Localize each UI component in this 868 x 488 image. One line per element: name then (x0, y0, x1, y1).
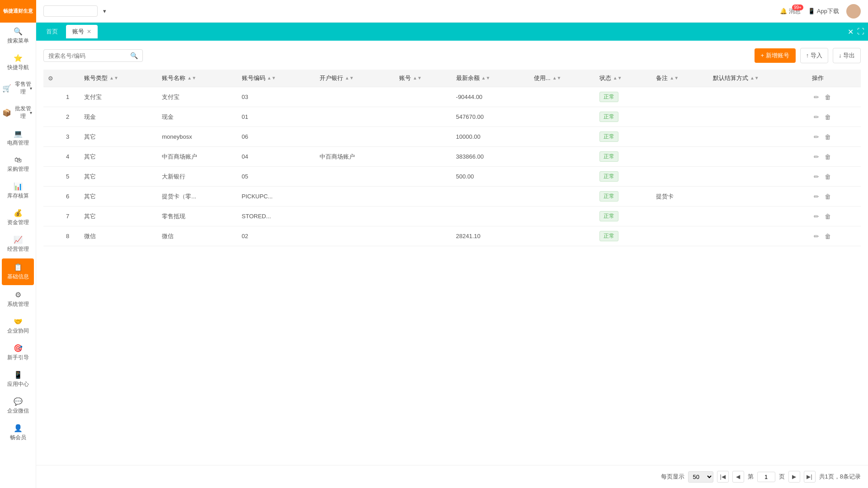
sidebar-item-operation[interactable]: 📈 经营管理 (0, 231, 36, 258)
export-button[interactable]: ↓ 导出 (833, 48, 861, 63)
edit-button[interactable]: ✏ (812, 192, 821, 201)
delete-button[interactable]: 🗑 (823, 113, 833, 122)
tab-close-action[interactable]: ✕ (848, 28, 854, 36)
sort-icon: ▲▼ (345, 76, 354, 80)
edit-button[interactable]: ✏ (812, 232, 821, 241)
th-name[interactable]: 账号名称 ▲▼ (157, 70, 237, 87)
page-prev-button[interactable]: ◀ (732, 471, 744, 483)
sidebar-item-wholesale[interactable]: 📦 批发管理 (0, 100, 36, 125)
cell-bank (315, 107, 395, 127)
sidebar-item-basic[interactable]: 📋 基础信息 (2, 258, 34, 285)
cell-status: 正常 (595, 147, 652, 167)
tab-home[interactable]: 首页 (40, 25, 64, 38)
cell-balance (452, 187, 529, 206)
search-input[interactable] (48, 52, 127, 59)
tab-account[interactable]: 账号 ✕ (66, 25, 98, 38)
sort-icon: ▲▼ (750, 76, 759, 80)
edit-button[interactable]: ✏ (812, 172, 821, 181)
sidebar-item-app-center[interactable]: 📱 应用中心 (0, 366, 36, 393)
cell-balance: 10000.00 (452, 127, 529, 147)
delete-button[interactable]: 🗑 (823, 232, 833, 241)
sidebar-item-guide[interactable]: 🎯 新手引导 (0, 339, 36, 366)
app-download-button[interactable]: 📱 App下载 (808, 7, 839, 15)
sidebar-item-purchase[interactable]: 🛍 采购管理 (0, 151, 36, 178)
cell-name: 提货卡（零... (157, 187, 237, 206)
sidebar-item-inventory[interactable]: 📊 库存核算 (0, 178, 36, 204)
sidebar-item-label: 零售管理 (13, 80, 33, 96)
table-row: 6 其它 提货卡（零... PICKUPC... 正常 提货卡 ✏ 🗑 (43, 187, 861, 206)
cell-code: 03 (237, 87, 315, 107)
th-settings[interactable]: ⚙ (43, 70, 61, 87)
sidebar-item-quick[interactable]: ⭐ 快捷导航 (0, 49, 36, 76)
tab-actions: ✕ ⛶ (848, 28, 864, 36)
sidebar-item-label: 畅会员 (10, 434, 26, 441)
delete-button[interactable]: 🗑 (823, 212, 833, 221)
cell-type: 其它 (80, 206, 157, 226)
th-remark[interactable]: 备注 ▲▼ (651, 70, 708, 87)
delete-button[interactable]: 🗑 (823, 172, 833, 181)
phone-icon: 📱 (808, 8, 815, 14)
message-badge: 99+ (792, 5, 803, 10)
delete-button[interactable]: 🗑 (823, 152, 833, 161)
delete-button[interactable]: 🗑 (823, 93, 833, 102)
cell-type: 微信 (80, 226, 157, 246)
tab-close-icon[interactable]: ✕ (87, 28, 91, 35)
user-avatar[interactable] (846, 4, 861, 19)
edit-button[interactable]: ✏ (812, 113, 821, 122)
cell-code: 04 (237, 147, 315, 167)
tab-expand-action[interactable]: ⛶ (857, 28, 864, 36)
cell-settings (43, 167, 61, 187)
edit-button[interactable]: ✏ (812, 132, 821, 141)
cell-default-settle (708, 187, 807, 206)
per-page-select[interactable]: 50 100 (688, 471, 713, 483)
th-index (61, 70, 80, 87)
th-code[interactable]: 账号编码 ▲▼ (237, 70, 315, 87)
sidebar-item-wechat[interactable]: 💬 企业微信 (0, 393, 36, 419)
topbar-dropdown[interactable]: ▾ (103, 8, 106, 14)
cell-index: 7 (61, 206, 80, 226)
sidebar-item-member[interactable]: 👤 畅会员 (0, 419, 36, 446)
topbar-left: ▾ (43, 5, 106, 17)
new-account-button[interactable]: + 新增账号 (755, 48, 796, 63)
page-last-button[interactable]: ▶| (804, 471, 816, 483)
sidebar-item-search[interactable]: 🔍 搜索菜单 (0, 23, 36, 49)
page-first-button[interactable]: |◀ (717, 471, 729, 483)
edit-button[interactable]: ✏ (812, 93, 821, 102)
th-account[interactable]: 账号 ▲▼ (395, 70, 452, 87)
cell-remark (651, 167, 708, 187)
delete-button[interactable]: 🗑 (823, 192, 833, 201)
cell-usage (529, 226, 595, 246)
page-input[interactable] (757, 472, 775, 482)
delete-button[interactable]: 🗑 (823, 132, 833, 141)
edit-button[interactable]: ✏ (812, 152, 821, 161)
sidebar-item-retail[interactable]: 🛒 零售管理 (0, 76, 36, 100)
th-balance[interactable]: 最新余额 ▲▼ (452, 70, 529, 87)
sidebar-item-label: 批发管理 (13, 105, 33, 120)
per-page-label: 每页显示 (661, 473, 684, 481)
th-default-settle[interactable]: 默认结算方式 ▲▼ (708, 70, 807, 87)
th-usage[interactable]: 使用... ▲▼ (529, 70, 595, 87)
sidebar-item-finance[interactable]: 💰 资金管理 (0, 204, 36, 231)
message-button[interactable]: 🔔 消息 99+ (780, 7, 801, 15)
th-status[interactable]: 状态 ▲▼ (595, 70, 652, 87)
cell-usage (529, 107, 595, 127)
cell-action: ✏ 🗑 (807, 187, 861, 206)
sidebar-item-system[interactable]: ⚙ 系统管理 (0, 286, 36, 313)
th-bank[interactable]: 开户银行 ▲▼ (315, 70, 395, 87)
clipboard-icon: 📋 (14, 263, 23, 272)
box-icon: 📦 (2, 108, 11, 117)
gear-icon: ⚙ (15, 291, 21, 299)
star-icon: ⭐ (14, 54, 23, 62)
chart-icon: 📊 (14, 182, 23, 191)
cell-default-settle (708, 167, 807, 187)
edit-button[interactable]: ✏ (812, 212, 821, 221)
import-button[interactable]: ↑ 导入 (800, 48, 828, 63)
th-type[interactable]: 账号类型 ▲▼ (80, 70, 157, 87)
topbar-search-input[interactable] (43, 5, 98, 17)
account-table: ⚙ 账号类型 ▲▼ 账号名称 ▲▼ (43, 70, 861, 246)
cell-remark (651, 226, 708, 246)
sidebar-item-ecommerce[interactable]: 💻 电商管理 (0, 125, 36, 151)
cell-name: 现金 (157, 107, 237, 127)
page-next-button[interactable]: ▶ (788, 471, 800, 483)
sidebar-item-agreement[interactable]: 🤝 企业协同 (0, 313, 36, 339)
